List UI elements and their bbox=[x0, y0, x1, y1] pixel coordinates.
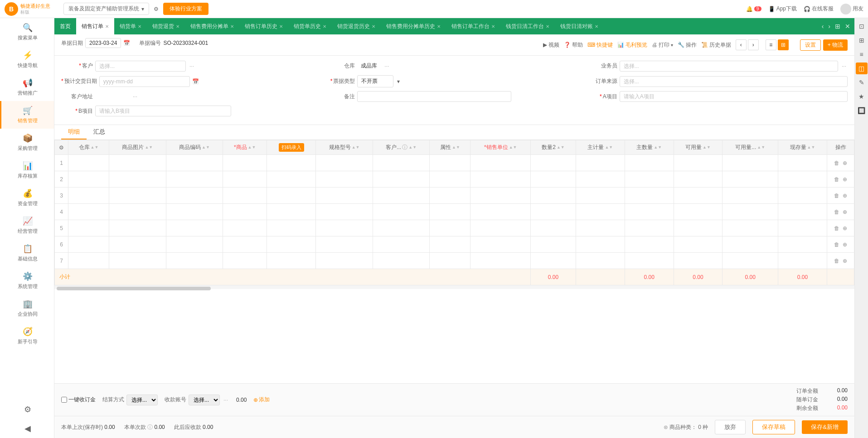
scroll-thumb[interactable] bbox=[57, 287, 211, 290]
row-6-customer-code[interactable] bbox=[373, 236, 430, 253]
a-project-input[interactable] bbox=[620, 91, 848, 102]
nav-close-all-icon[interactable]: ✕ bbox=[843, 22, 852, 31]
row-6-qty2[interactable] bbox=[530, 236, 576, 253]
row-6-warehouse[interactable] bbox=[68, 236, 109, 253]
nav-more-icon[interactable]: ⊞ bbox=[833, 22, 842, 31]
row-3-main-qty[interactable] bbox=[625, 188, 674, 204]
row-2-code[interactable] bbox=[166, 171, 223, 188]
tab-fee-history-close[interactable]: ✕ bbox=[437, 24, 441, 29]
payment-method-select[interactable]: 选择... bbox=[126, 395, 158, 405]
row-3-code[interactable] bbox=[166, 188, 223, 204]
account-dots-icon[interactable]: ··· bbox=[222, 397, 229, 403]
shortcut-btn[interactable]: ⌨ 快捷键 bbox=[587, 41, 613, 49]
b-project-input[interactable] bbox=[95, 106, 231, 116]
bill-date-value[interactable]: 2023-03-24 bbox=[85, 38, 121, 48]
row-5-spec[interactable] bbox=[316, 220, 373, 236]
tab-home[interactable]: 首页 bbox=[54, 18, 76, 34]
pager-prev-btn[interactable]: ‹ bbox=[736, 39, 747, 50]
tab-return-history[interactable]: 销货单历史 ✕ bbox=[288, 18, 332, 34]
horizontal-scrollbar[interactable] bbox=[54, 285, 854, 289]
row-2-spec[interactable] bbox=[316, 171, 373, 188]
sidebar-item-guide[interactable]: 🧭 新手引导 bbox=[0, 322, 54, 350]
row-2-copy-icon[interactable]: ⊕ bbox=[842, 175, 848, 183]
order-source-input[interactable] bbox=[620, 76, 848, 87]
row-7-spec[interactable] bbox=[316, 253, 373, 269]
row-3-warehouse[interactable] bbox=[68, 188, 109, 204]
history-btn[interactable]: 📜 历史单据 bbox=[701, 41, 731, 49]
th-settings[interactable]: ⚙ bbox=[55, 140, 68, 155]
customer-code-info-icon[interactable]: ⓘ bbox=[402, 144, 407, 151]
sidebar-item-purchase[interactable]: 📦 采购管理 bbox=[0, 129, 54, 156]
tab-order-history-close[interactable]: ✕ bbox=[279, 24, 283, 29]
print-btn[interactable]: 🖨 打印 ▾ bbox=[652, 41, 673, 49]
sidebar-item-marketing[interactable]: 📢 营销推广 bbox=[0, 73, 54, 101]
tab-sales-order[interactable]: 销售订单 ✕ bbox=[76, 18, 114, 34]
row-1-customer-code[interactable] bbox=[373, 155, 430, 171]
notification-item[interactable]: 🔔 9 bbox=[746, 6, 761, 12]
row-3-delete-icon[interactable]: 🗑 bbox=[833, 192, 840, 200]
row-6-attribute[interactable] bbox=[430, 236, 470, 253]
row-7-code[interactable] bbox=[166, 253, 223, 269]
row-5-copy-icon[interactable]: ⊕ bbox=[842, 224, 848, 232]
row-5-qty2[interactable] bbox=[530, 220, 576, 236]
row-4-main-unit[interactable] bbox=[576, 204, 625, 220]
row-7-attribute[interactable] bbox=[430, 253, 470, 269]
row-1-unit[interactable] bbox=[470, 155, 531, 171]
grid-view-btn[interactable]: ⊞ bbox=[778, 39, 789, 50]
tab-cash-reconcile[interactable]: 钱货日清对账 ✕ bbox=[555, 18, 604, 34]
tab-order-workbench[interactable]: 销售订单工作台 ✕ bbox=[446, 18, 500, 34]
tab-cash-workbench[interactable]: 钱货日清工作台 ✕ bbox=[500, 18, 555, 34]
address-dots-icon[interactable]: ··· bbox=[131, 93, 139, 100]
tab-sales-return[interactable]: 销货单 ✕ bbox=[114, 18, 147, 34]
nav-prev-arrow[interactable]: ‹ bbox=[820, 22, 826, 31]
row-4-main-qty[interactable] bbox=[625, 204, 674, 220]
row-1-delete-icon[interactable]: 🗑 bbox=[833, 159, 840, 167]
setting-button[interactable]: 设置 bbox=[800, 39, 821, 51]
row-3-attribute[interactable] bbox=[430, 188, 470, 204]
sidebar-item-inventory[interactable]: 📊 库存核算 bbox=[0, 156, 54, 184]
tab-refund-history-close[interactable]: ✕ bbox=[372, 24, 375, 29]
sidebar-item-system[interactable]: ⚙️ 系统管理 bbox=[0, 267, 54, 294]
row-6-spec[interactable] bbox=[316, 236, 373, 253]
customer-input[interactable] bbox=[95, 61, 186, 72]
sidebar-item-finance[interactable]: 💰 资金管理 bbox=[0, 184, 54, 212]
sidebar-item-search[interactable]: 🔍 搜索菜单 bbox=[0, 18, 54, 46]
row-6-main-unit[interactable] bbox=[576, 236, 625, 253]
row-4-spec[interactable] bbox=[316, 204, 373, 220]
tab-cash-reconcile-close[interactable]: ✕ bbox=[595, 24, 598, 29]
row-7-main-qty[interactable] bbox=[625, 253, 674, 269]
row-3-customer-code[interactable] bbox=[373, 188, 430, 204]
delivery-date-input[interactable] bbox=[99, 76, 190, 87]
row-2-customer-code[interactable] bbox=[373, 171, 430, 188]
row-1-main-unit[interactable] bbox=[576, 155, 625, 171]
list-view-btn[interactable]: ≡ bbox=[766, 39, 776, 50]
tab-summary-detail[interactable]: 汇总 bbox=[87, 125, 112, 140]
row-1-main-qty[interactable] bbox=[625, 155, 674, 171]
row-1-copy-icon[interactable]: ⊕ bbox=[842, 159, 848, 167]
row-5-main-qty[interactable] bbox=[625, 220, 674, 236]
row-1-code[interactable] bbox=[166, 155, 223, 171]
row-6-code[interactable] bbox=[166, 236, 223, 253]
row-3-qty2[interactable] bbox=[530, 188, 576, 204]
save-new-button[interactable]: 保存&新增 bbox=[802, 420, 848, 434]
tab-order-history[interactable]: 销售订单历史 ✕ bbox=[239, 18, 288, 34]
row-3-spec[interactable] bbox=[316, 188, 373, 204]
row-1-spec[interactable] bbox=[316, 155, 373, 171]
salesman-dots-icon[interactable]: ··· bbox=[840, 63, 848, 69]
row-2-warehouse[interactable] bbox=[68, 171, 109, 188]
row-5-main-unit[interactable] bbox=[576, 220, 625, 236]
salesman-input[interactable] bbox=[620, 61, 838, 72]
row-3-product[interactable] bbox=[223, 188, 267, 204]
one-click-checkout-checkbox[interactable]: 一键收订金 bbox=[61, 396, 96, 404]
barcode-scan-btn[interactable]: 扫码录入 bbox=[279, 143, 304, 152]
row-7-copy-icon[interactable]: ⊕ bbox=[842, 257, 848, 265]
row-7-main-unit[interactable] bbox=[576, 253, 625, 269]
row-3-unit[interactable] bbox=[470, 188, 531, 204]
row-4-qty2[interactable] bbox=[530, 204, 576, 220]
sidebar-item-operations[interactable]: 📈 经营管理 bbox=[0, 212, 54, 239]
row-4-warehouse[interactable] bbox=[68, 204, 109, 220]
account-select[interactable]: 选择... bbox=[189, 395, 220, 405]
right-icon-5[interactable]: ✎ bbox=[856, 77, 868, 88]
tab-fee-history[interactable]: 销售费用分摊单历史 ✕ bbox=[381, 18, 446, 34]
view-btn[interactable]: ▶ 视频 bbox=[543, 41, 559, 49]
